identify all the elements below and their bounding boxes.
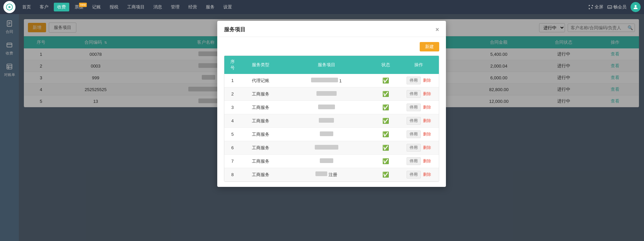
nav-service[interactable]: 服务 bbox=[202, 3, 218, 11]
mcell-status: ✅ bbox=[373, 87, 399, 101]
mcell-type: 工商服务 bbox=[241, 128, 280, 141]
service-items-table: 序号 服务类型 服务项目 状态 操作 1 代理记账 bbox=[224, 56, 439, 182]
nav-tax[interactable]: 报税 bbox=[106, 3, 122, 11]
sidebar-item-reconcile[interactable]: 对账单 bbox=[1, 61, 18, 80]
nav-home[interactable]: 首页 bbox=[19, 3, 34, 11]
modal-close-button[interactable]: × bbox=[435, 26, 439, 33]
user-avatar[interactable] bbox=[631, 2, 641, 12]
status-check-icon: ✅ bbox=[382, 172, 389, 177]
nav-billing[interactable]: 收费 bbox=[54, 3, 69, 11]
mcell-status: ✅ bbox=[373, 74, 399, 87]
stop-button[interactable]: 停用 bbox=[407, 157, 421, 165]
top-nav: 首页 客户 收费 票据 new 记账 报税 工商项目 消息 管理 经营 服务 设… bbox=[0, 0, 644, 14]
mcell-seq: 8 bbox=[224, 168, 241, 182]
top-nav-right: 全屏 畅会员 bbox=[589, 2, 641, 12]
modal-table-row: 2 工商服务 ✅ 停用 删除 bbox=[224, 87, 439, 101]
nav-bizproject[interactable]: 工商项目 bbox=[124, 3, 148, 11]
nav-customer[interactable]: 客户 bbox=[36, 3, 52, 11]
mcell-item bbox=[280, 128, 372, 141]
mcell-action: 停用 删除 bbox=[399, 155, 439, 168]
modal-table-row: 5 工商服务 ✅ 停用 删除 bbox=[224, 128, 439, 141]
nav-message[interactable]: 消息 bbox=[150, 3, 165, 11]
mth-item: 服务项目 bbox=[280, 56, 372, 74]
fullscreen-label: 全屏 bbox=[595, 4, 603, 10]
mcell-type: 工商服务 bbox=[241, 155, 280, 168]
svg-rect-7 bbox=[7, 43, 12, 47]
modal-table-row: 7 工商服务 ✅ 停用 删除 bbox=[224, 155, 439, 168]
mcell-action: 停用 删除 bbox=[399, 87, 439, 101]
sidebar-item-contract[interactable]: 合同 bbox=[1, 17, 18, 37]
modal-body: 新建 序号 服务类型 服务项目 状态 操作 bbox=[217, 37, 446, 187]
delete-button[interactable]: 删除 bbox=[423, 158, 431, 164]
svg-point-2 bbox=[635, 5, 637, 7]
delete-button[interactable]: 删除 bbox=[423, 105, 431, 110]
mcell-action: 停用 删除 bbox=[399, 74, 439, 87]
mth-seq: 序号 bbox=[224, 56, 241, 74]
reconcile-icon bbox=[6, 63, 13, 72]
sidebar-label-billing: 收费 bbox=[6, 51, 13, 56]
mcell-seq: 3 bbox=[224, 101, 241, 114]
mcell-status: ✅ bbox=[373, 128, 399, 141]
modal-overlay: 服务项目 × 新建 序号 服务类型 服务项目 bbox=[19, 14, 644, 241]
modal-title: 服务项目 bbox=[224, 26, 245, 33]
badge-new: new bbox=[79, 3, 87, 7]
modal-table-row: 4 工商服务 ✅ 停用 删除 bbox=[224, 114, 439, 128]
mth-status: 状态 bbox=[373, 56, 399, 74]
mth-type: 服务类型 bbox=[241, 56, 280, 74]
modal-table-row: 6 工商服务 ✅ 停用 删除 bbox=[224, 141, 439, 155]
delete-button[interactable]: 删除 bbox=[423, 131, 431, 137]
mcell-item bbox=[280, 155, 372, 168]
mcell-status: ✅ bbox=[373, 141, 399, 155]
nav-manage[interactable]: 管理 bbox=[167, 3, 183, 11]
modal-new-button[interactable]: 新建 bbox=[420, 42, 439, 51]
stop-button[interactable]: 停用 bbox=[407, 144, 421, 152]
nav-business[interactable]: 经营 bbox=[185, 3, 200, 11]
modal-table-row: 1 代理记账 1 ✅ 停用 删除 bbox=[224, 74, 439, 87]
mth-action: 操作 bbox=[399, 56, 439, 74]
delete-button[interactable]: 删除 bbox=[423, 78, 431, 83]
sidebar: 合同 收费 对账单 bbox=[0, 14, 19, 241]
mcell-item bbox=[280, 114, 372, 128]
mcell-action: 停用 删除 bbox=[399, 168, 439, 182]
stop-button[interactable]: 停用 bbox=[407, 104, 421, 111]
stop-button[interactable]: 停用 bbox=[407, 90, 421, 98]
stop-button[interactable]: 停用 bbox=[407, 117, 421, 125]
mcell-item bbox=[280, 87, 372, 101]
mcell-type: 工商服务 bbox=[241, 114, 280, 128]
mcell-action: 停用 删除 bbox=[399, 101, 439, 114]
contract-icon bbox=[6, 20, 13, 29]
modal-table-row: 8 工商服务 注册 ✅ 停用 删除 bbox=[224, 168, 439, 182]
stop-button[interactable]: 停用 bbox=[407, 77, 421, 84]
status-check-icon: ✅ bbox=[382, 78, 389, 83]
svg-rect-1 bbox=[608, 6, 612, 9]
modal-table-wrapper[interactable]: 序号 服务类型 服务项目 状态 操作 1 代理记账 bbox=[224, 55, 439, 182]
delete-button[interactable]: 删除 bbox=[423, 172, 431, 177]
sidebar-item-billing[interactable]: 收费 bbox=[1, 39, 18, 58]
status-check-icon: ✅ bbox=[382, 91, 389, 97]
stop-button[interactable]: 停用 bbox=[407, 171, 421, 178]
mcell-type: 工商服务 bbox=[241, 141, 280, 155]
status-check-icon: ✅ bbox=[382, 131, 389, 137]
mcell-seq: 1 bbox=[224, 74, 241, 87]
svg-rect-9 bbox=[7, 64, 12, 69]
delete-button[interactable]: 删除 bbox=[423, 91, 431, 97]
mcell-status: ✅ bbox=[373, 168, 399, 182]
delete-button[interactable]: 删除 bbox=[423, 118, 431, 124]
nav-bookkeeping[interactable]: 记账 bbox=[89, 3, 104, 11]
nav-invoice[interactable]: 票据 new bbox=[71, 3, 87, 11]
delete-button[interactable]: 删除 bbox=[423, 145, 431, 151]
status-check-icon: ✅ bbox=[382, 118, 389, 124]
stop-button[interactable]: 停用 bbox=[407, 130, 421, 138]
mcell-item bbox=[280, 101, 372, 114]
mcell-seq: 4 bbox=[224, 114, 241, 128]
mcell-item bbox=[280, 141, 372, 155]
member-button[interactable]: 畅会员 bbox=[607, 4, 627, 10]
content-area: 新增 服务项目 进行中 已完成 已终止 🔍 bbox=[19, 14, 644, 241]
fullscreen-button[interactable]: 全屏 bbox=[589, 4, 603, 10]
modal-toolbar: 新建 bbox=[224, 42, 439, 51]
sidebar-label-reconcile: 对账单 bbox=[4, 72, 15, 77]
mcell-seq: 2 bbox=[224, 87, 241, 101]
mcell-type: 工商服务 bbox=[241, 101, 280, 114]
mcell-seq: 5 bbox=[224, 128, 241, 141]
nav-settings[interactable]: 设置 bbox=[220, 3, 235, 11]
